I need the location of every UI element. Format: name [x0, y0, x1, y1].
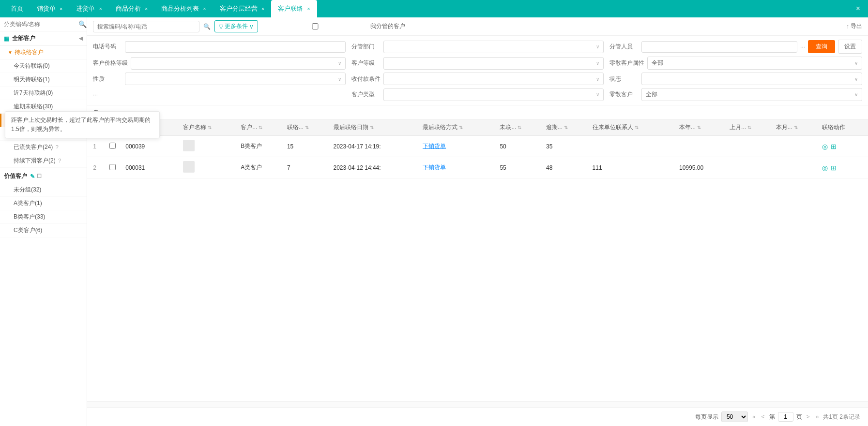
col-last-month: 上月...⇅: [727, 119, 773, 136]
this-month-sort-icon[interactable]: ⇅: [794, 125, 798, 130]
close-sales-order-icon[interactable]: ×: [60, 0, 62, 17]
customer-type-select[interactable]: ∨: [383, 88, 604, 101]
type-sort-icon[interactable]: ⇅: [259, 125, 262, 130]
my-customers-checkbox[interactable]: 我分管的客户: [262, 22, 405, 30]
sidebar-collapse-icon[interactable]: ◀: [79, 35, 83, 42]
lost-help-icon[interactable]: ?: [56, 144, 59, 150]
close-product-analysis-icon[interactable]: ×: [145, 0, 148, 17]
name-sort-icon[interactable]: ⇅: [208, 125, 212, 130]
col-type: 客户...⇅: [238, 119, 284, 136]
last-date-sort-icon[interactable]: ⇅: [370, 125, 374, 130]
close-customer-tier-icon[interactable]: ×: [261, 0, 264, 17]
grid-icon: ▦: [4, 35, 9, 42]
top-navigation: 首页 销货单 × 进货单 × 商品分析 × 商品分析列表 × 客户分层经营 × …: [0, 0, 868, 17]
value-group-add-icon[interactable]: ☐: [37, 173, 42, 179]
last-page-button[interactable]: »: [814, 413, 821, 420]
last-method-sort-icon[interactable]: ⇅: [459, 125, 463, 130]
row2-last-date: 2023-04-12 14:44:: [331, 157, 420, 178]
phone-input[interactable]: [125, 41, 346, 53]
close-customer-contact-icon[interactable]: ×: [307, 0, 310, 17]
sidebar-item-tomorrow[interactable]: 明天待联络(1): [0, 73, 87, 87]
filter-retail-customer: 零散客户 全部 ∨: [609, 88, 862, 101]
row2-name: [180, 157, 238, 178]
sidebar-group-pending[interactable]: ▼ 待联络客户: [0, 46, 87, 59]
nav-home[interactable]: 首页: [4, 0, 30, 17]
page-number-input[interactable]: [778, 412, 793, 422]
settings-button[interactable]: 设置: [838, 40, 862, 54]
uncontacted-sort-icon[interactable]: ⇅: [518, 125, 521, 130]
total-pages-label: 页: [796, 413, 802, 421]
dept-label: 分管部门: [351, 43, 381, 51]
sidebar-item-class-b[interactable]: B类客户(33): [0, 210, 87, 224]
sidebar-search-input[interactable]: [4, 21, 76, 28]
nav-customer-contact[interactable]: 客户联络 ×: [271, 0, 317, 17]
window-close-button[interactable]: ×: [852, 4, 864, 13]
retail-attr-label: 零散客户属性: [609, 59, 644, 67]
sidebar-item-lost[interactable]: 已流失客户(24) ?: [0, 141, 87, 154]
close-purchase-order-icon[interactable]: ×: [99, 0, 102, 17]
row2-method-link[interactable]: 下销货单: [423, 164, 446, 171]
first-page-button[interactable]: «: [751, 413, 757, 420]
row2-check[interactable]: [109, 164, 116, 170]
col-last-date: 最后联络日期⇅: [331, 119, 420, 136]
retail-attr-select[interactable]: 全部 ∨: [647, 57, 862, 70]
query-button[interactable]: 查询: [808, 40, 835, 53]
search-button[interactable]: 🔍: [203, 23, 211, 30]
my-customers-check[interactable]: [262, 23, 368, 29]
horizontal-scrollbar[interactable]: [87, 401, 868, 407]
sidebar-item-7days[interactable]: 近7天待联络(0): [0, 87, 87, 100]
more-conditions-button[interactable]: ▽ 更多条件 ∨: [214, 20, 258, 32]
row1-method-link[interactable]: 下销货单: [423, 143, 446, 149]
sidebar-item-class-c[interactable]: C类客户(6): [0, 224, 87, 237]
sidebar-item-ungrouped[interactable]: 未分组(32): [0, 183, 87, 197]
manager-input[interactable]: [641, 41, 797, 53]
dept-select[interactable]: ∨: [383, 41, 604, 53]
col-this-month: 本月...⇅: [773, 119, 820, 136]
contact-person-sort-icon[interactable]: ⇅: [635, 125, 639, 130]
sidebar-search-icon[interactable]: 🔍: [78, 20, 87, 28]
customer-level-select[interactable]: ∨: [383, 57, 604, 70]
col-this-year: 本年...⇅: [676, 119, 727, 136]
search-input[interactable]: [93, 21, 199, 32]
contact-sort-icon[interactable]: ⇅: [305, 125, 309, 130]
last-month-sort-icon[interactable]: ⇅: [747, 125, 751, 130]
prev-page-button[interactable]: <: [760, 413, 766, 420]
status-select[interactable]: ∨: [641, 73, 862, 85]
value-group-edit-icon[interactable]: ✎: [30, 173, 35, 180]
row1-contact: 15: [284, 136, 331, 157]
nature-select[interactable]: ∨: [125, 73, 346, 85]
row1-view-icon[interactable]: ◎: [822, 143, 828, 150]
row1-check[interactable]: [109, 143, 116, 149]
sidebar-item-today[interactable]: 今天待联络(0): [0, 59, 87, 73]
per-page-select[interactable]: 50 100 200: [721, 411, 748, 422]
row2-edit-icon[interactable]: ⊞: [831, 164, 837, 172]
filter-manager: 分管人员 ··· 查询 设置: [609, 40, 862, 54]
chevron-down-icon: ∨: [249, 23, 254, 30]
filter-customer-type: 客户类型 ∨: [351, 88, 604, 101]
row2-contact-person: 111: [590, 157, 676, 178]
close-product-analysis-list-icon[interactable]: ×: [203, 0, 206, 17]
sidebar-item-declining[interactable]: 持续下滑客户(2) ?: [0, 154, 87, 168]
this-year-sort-icon[interactable]: ⇅: [697, 125, 701, 130]
payment-select[interactable]: ∨: [383, 73, 604, 85]
filter-expand-dots[interactable]: ···: [93, 91, 98, 98]
row1-uncontacted: 50: [497, 136, 543, 157]
row2-view-icon[interactable]: ◎: [822, 164, 828, 172]
all-customers-title[interactable]: ▦ 全部客户 ◀: [0, 31, 87, 46]
price-tier-select[interactable]: ∨: [131, 57, 346, 70]
declining-help-icon[interactable]: ?: [58, 158, 61, 163]
sidebar-group-value[interactable]: 价值客户 ✎ ☐: [0, 170, 87, 183]
nav-sales-order[interactable]: 销货单 ×: [30, 0, 69, 17]
next-page-button[interactable]: >: [805, 413, 811, 420]
row1-edit-icon[interactable]: ⊞: [831, 143, 837, 150]
nav-purchase-order[interactable]: 进货单 ×: [69, 0, 108, 17]
nav-customer-tier[interactable]: 客户分层经营 ×: [213, 0, 271, 17]
manager-dots[interactable]: ···: [800, 44, 805, 50]
retail-customer-select[interactable]: 全部 ∨: [641, 88, 862, 101]
nav-product-analysis[interactable]: 商品分析 ×: [109, 0, 154, 17]
nav-product-analysis-list[interactable]: 商品分析列表 ×: [154, 0, 213, 17]
filter-grid: 电话号码 分管部门 ∨ 分管人员 ··· 查询 设置: [87, 36, 868, 105]
sidebar-item-class-a[interactable]: A类客户(1): [0, 197, 87, 210]
export-button[interactable]: ↑ 导出: [846, 22, 862, 30]
overdue-sort-icon[interactable]: ⇅: [564, 125, 568, 130]
